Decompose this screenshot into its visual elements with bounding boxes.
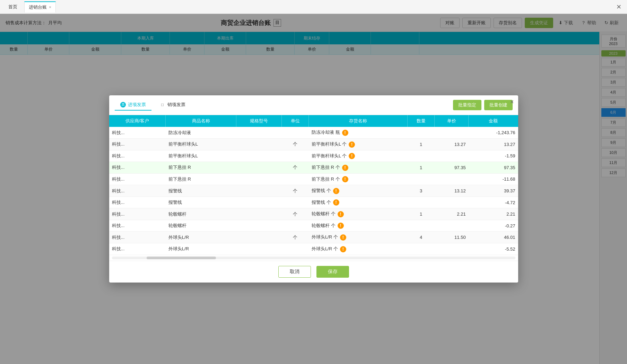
- save-button[interactable]: 保存: [316, 266, 349, 278]
- th-amount: 金额: [469, 115, 518, 127]
- cell-amount: 39.37: [469, 185, 518, 197]
- cell-supplier: 科技...: [109, 162, 166, 174]
- table-row[interactable]: 科技...前平衡杆球头L个前平衡杆球头L 个!113.2713.27: [109, 138, 518, 150]
- cell-spec: [236, 243, 282, 255]
- cell-amount: -1,243.76: [469, 127, 518, 138]
- cell-product: 前下悬挂 R: [166, 173, 236, 185]
- cell-spec: [236, 232, 282, 243]
- cell-unit-price: [435, 127, 469, 138]
- table-row[interactable]: 科技...前下悬挂 R前下悬挂 R 个!-11.68: [109, 173, 518, 185]
- inventory-name: 外球头L/R 个: [312, 246, 338, 251]
- table-row[interactable]: 科技...轮毂螺杆个轮毂螺杆 个!12.212.21: [109, 208, 518, 220]
- cell-unit: [281, 220, 309, 232]
- table-row[interactable]: 科技...报警线个报警线 个!313.1239.37: [109, 185, 518, 197]
- inventory-name: 报警线 个: [312, 200, 331, 205]
- cell-inventory: 轮毂螺杆 个!: [309, 220, 408, 232]
- table-row[interactable]: 科技...防冻冷却液防冻冷却液 瓶!-1,243.76: [109, 127, 518, 138]
- table-row[interactable]: 科技...轮毂螺杆轮毂螺杆 个!-0.27: [109, 220, 518, 232]
- dialog-footer: 取消 保存: [109, 261, 518, 283]
- th-inventory: 存货名称: [309, 115, 408, 127]
- warn-icon: !: [342, 176, 348, 182]
- cell-unit-price: [435, 243, 469, 255]
- cell-unit: [281, 127, 309, 138]
- tab-xiaoxiang[interactable]: □ 销项发票: [154, 99, 191, 111]
- tab-jinxiang-label: 进项发票: [128, 102, 146, 108]
- cell-spec: [236, 150, 282, 162]
- cell-quantity: [407, 197, 435, 208]
- table-header-row: 供应商/客户 商品名称 规格型号 单位 存货名称 数量 单价 金额: [109, 115, 518, 127]
- cell-quantity: [407, 173, 435, 185]
- cell-amount: -1.59: [469, 150, 518, 162]
- warn-icon: !: [342, 130, 348, 136]
- cell-quantity: [407, 220, 435, 232]
- warn-icon: !: [349, 141, 355, 148]
- cell-unit-price: 97.35: [435, 162, 469, 174]
- cell-product: 防冻冷却液: [166, 127, 236, 138]
- cell-unit-price: [435, 150, 469, 162]
- batch-create-button[interactable]: 批量创建: [484, 100, 513, 110]
- tab-jinxiang[interactable]: 票 进项发票: [115, 99, 151, 111]
- inventory-name: 前下悬挂 R 个: [312, 165, 340, 170]
- window-close-icon[interactable]: ✕: [613, 3, 624, 11]
- cell-quantity: [407, 127, 435, 138]
- warn-icon: !: [340, 234, 346, 241]
- cancel-button[interactable]: 取消: [278, 266, 311, 278]
- table-row[interactable]: 科技...外球头L/R个外球头L/R 个!411.5046.01: [109, 232, 518, 243]
- dialog-close-icon[interactable]: ×: [510, 99, 514, 105]
- dialog-scrollbar-thumb[interactable]: [147, 257, 216, 259]
- cell-quantity: 1: [407, 208, 435, 220]
- cell-unit: [281, 150, 309, 162]
- cell-inventory: 轮毂螺杆 个!: [309, 208, 408, 220]
- inventory-name: 前平衡杆球头L 个: [312, 153, 347, 158]
- th-spec: 规格型号: [236, 115, 282, 127]
- modal-overlay: 票 进项发票 □ 销项发票 批量指定 批量创建 × 供应: [0, 14, 627, 364]
- table-row[interactable]: 科技...前下悬挂 R个前下悬挂 R 个!197.3597.35: [109, 162, 518, 174]
- cell-product: 前下悬挂 R: [166, 162, 236, 174]
- cell-inventory: 外球头L/R 个!: [309, 232, 408, 243]
- cell-unit-price: [435, 197, 469, 208]
- dialog-table-wrap[interactable]: 供应商/客户 商品名称 规格型号 单位 存货名称 数量 单价 金额 科技...防…: [109, 115, 518, 255]
- cell-amount: 97.35: [469, 162, 518, 174]
- th-unit-price: 单价: [435, 115, 469, 127]
- table-row[interactable]: 科技...报警线报警线 个!-4.72: [109, 197, 518, 208]
- cell-inventory: 前下悬挂 R 个!: [309, 173, 408, 185]
- cell-spec: [236, 162, 282, 174]
- cell-supplier: 科技...: [109, 220, 166, 232]
- cell-unit-price: 2.21: [435, 208, 469, 220]
- table-row[interactable]: 科技...前平衡杆球头L前平衡杆球头L 个!-1.59: [109, 150, 518, 162]
- tab-active[interactable]: 进销台账 ×: [24, 1, 56, 12]
- dialog-scrollbar[interactable]: [112, 257, 515, 259]
- inventory-name: 前平衡杆球头L 个: [312, 141, 347, 147]
- invoice-dialog: 票 进项发票 □ 销项发票 批量指定 批量创建 × 供应: [109, 95, 518, 282]
- cell-unit: 个: [281, 232, 309, 243]
- cell-product: 报警线: [166, 197, 236, 208]
- cell-unit: [281, 197, 309, 208]
- cell-amount: 13.27: [469, 138, 518, 150]
- cell-amount: -11.68: [469, 173, 518, 185]
- tab-home[interactable]: 首页: [3, 2, 23, 12]
- table-row[interactable]: 科技...外球头L/R外球头L/R 个!-5.52: [109, 243, 518, 255]
- batch-assign-button[interactable]: 批量指定: [453, 100, 481, 110]
- cell-inventory: 报警线 个!: [309, 185, 408, 197]
- cell-product: 前平衡杆球头L: [166, 150, 236, 162]
- inventory-name: 外球头L/R 个: [312, 234, 338, 240]
- th-unit: 单位: [281, 115, 309, 127]
- main-area: 销售成本计算方法： 月平均 商贸企业进销台账 目 对账 重新开账 存货别名 生成…: [0, 14, 627, 364]
- warn-icon: !: [349, 153, 355, 159]
- cell-spec: [236, 173, 282, 185]
- th-quantity: 数量: [407, 115, 435, 127]
- cell-product: 报警线: [166, 185, 236, 197]
- cell-inventory: 报警线 个!: [309, 197, 408, 208]
- cell-product: 外球头L/R: [166, 243, 236, 255]
- cell-unit-price: 13.12: [435, 185, 469, 197]
- cell-supplier: 科技...: [109, 197, 166, 208]
- cell-product: 轮毂螺杆: [166, 208, 236, 220]
- cell-product: 轮毂螺杆: [166, 220, 236, 232]
- cell-spec: [236, 185, 282, 197]
- tab-close-icon[interactable]: ×: [49, 5, 51, 10]
- cell-quantity: 1: [407, 162, 435, 174]
- tab-xiaoxiang-label: 销项发票: [167, 102, 185, 108]
- cell-unit-price: 13.27: [435, 138, 469, 150]
- cell-unit-price: 11.50: [435, 232, 469, 243]
- th-supplier: 供应商/客户: [109, 115, 166, 127]
